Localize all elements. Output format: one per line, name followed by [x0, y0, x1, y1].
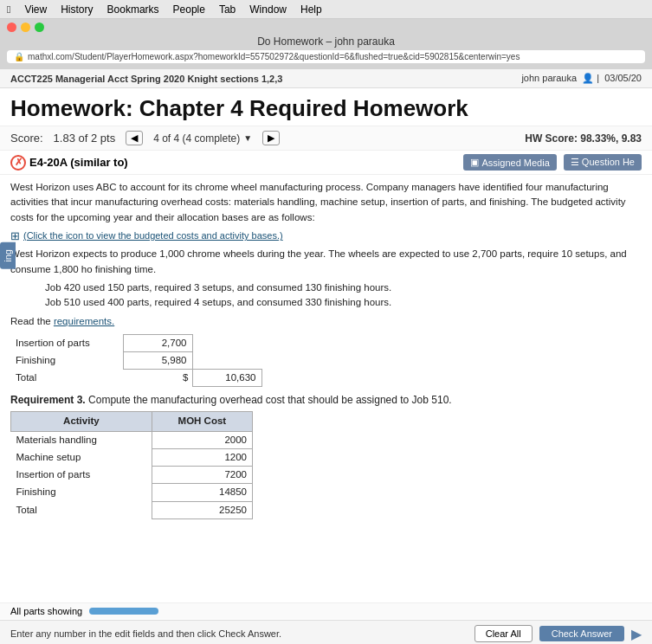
moh-value-cell[interactable]: 1200: [152, 448, 252, 466]
course-bar: ACCT225 Managerial Acct Spring 2020 Knig…: [0, 69, 652, 88]
minimize-button[interactable]: [21, 23, 30, 32]
address-text: mathxl.com/Student/PlayerHomework.aspx?h…: [28, 52, 520, 61]
question-help-button[interactable]: ☰ Question He: [564, 154, 642, 171]
page-title: Homework: Chapter 4 Required Homework: [0, 88, 652, 126]
req3-text: Compute the manufacturing overhead cost …: [88, 394, 452, 406]
table-row: Finishing 5,980: [10, 351, 261, 369]
table-link-text[interactable]: (Click the icon to view the budgeted cos…: [23, 229, 283, 243]
next-question-button[interactable]: ▶: [262, 131, 280, 145]
assigned-media-button[interactable]: ▣ Assigned Media: [463, 154, 557, 171]
sidebar-tab[interactable]: ing: [0, 242, 16, 269]
course-name: ACCT225 Managerial Acct Spring 2020 Knig…: [10, 74, 282, 84]
moh-table: Activity MOH Cost Materials handling2000…: [10, 411, 253, 519]
content-area: West Horizon uses ABC to account for its…: [0, 175, 652, 527]
mac-menu-bar:  View History Bookmarks People Tab Wind…: [0, 0, 652, 19]
row-label: Total: [10, 370, 123, 387]
table-row: Insertion of parts 2,700: [10, 334, 261, 351]
req3-label: Requirement 3. Compute the manufacturing…: [10, 392, 642, 408]
next-arrow[interactable]: ▶: [631, 626, 642, 642]
menu-window[interactable]: Window: [249, 3, 287, 16]
date: 03/05/20: [604, 73, 642, 83]
req3-bold: Requirement 3.: [10, 394, 86, 406]
table-row: Insertion of parts7200: [11, 467, 253, 484]
parts-label: All parts showing: [10, 606, 82, 616]
question-header: ✗ E4-20A (similar to) ▣ Assigned Media ☰…: [0, 151, 652, 175]
prev-question-button[interactable]: ◀: [126, 131, 143, 145]
username: john parauka: [521, 73, 577, 83]
activity-cell: Finishing: [11, 484, 152, 501]
dollar-sign: $: [123, 370, 192, 387]
traffic-lights: [7, 23, 645, 32]
moh-value-cell[interactable]: 25250: [152, 501, 252, 518]
moh-value-cell[interactable]: 14850: [152, 484, 252, 501]
score-label: Score:: [10, 132, 43, 145]
menu-history[interactable]: History: [61, 3, 93, 16]
row-value[interactable]: 5,980: [123, 351, 192, 369]
table-row: Total25250: [11, 501, 253, 518]
table-link[interactable]: ⊞ (Click the icon to view the budgeted c…: [10, 228, 642, 245]
table-row: Machine setup1200: [11, 448, 253, 466]
row-label: Insertion of parts: [10, 334, 123, 351]
menu-people[interactable]: People: [173, 3, 205, 16]
job-line-1: Job 420 used 150 parts, required 3 setup…: [45, 280, 642, 295]
problem-text-2: West Horizon expects to produce 1,000 ch…: [10, 247, 642, 277]
question-indicator: 4 of 4 (4 complete) ▼: [153, 132, 252, 145]
clear-all-button[interactable]: Clear All: [474, 625, 533, 642]
summary-table: Insertion of parts 2,700 Finishing 5,980…: [10, 334, 262, 388]
question-id: E4-20A (similar to): [29, 156, 128, 169]
activity-cell: Insertion of parts: [11, 467, 152, 484]
bottom-instruction: Enter any number in the edit fields and …: [10, 628, 468, 639]
maximize-button[interactable]: [35, 23, 44, 32]
dropdown-icon[interactable]: ▼: [243, 133, 252, 143]
activity-column-header: Activity: [11, 412, 152, 431]
row-value[interactable]: 2,700: [123, 334, 192, 351]
question-label: ✗ E4-20A (similar to): [10, 155, 128, 171]
hw-score: HW Score: 98.33%, 9.83: [525, 132, 642, 145]
activity-cell: Total: [11, 501, 152, 518]
browser-chrome: Do Homework – john parauka 🔒 mathxl.com/…: [0, 19, 652, 69]
table-row: Finishing14850: [11, 484, 253, 501]
menu-apple[interactable]: : [7, 3, 10, 16]
score-value: 1.83 of 2 pts: [54, 132, 116, 145]
job-line-2: Job 510 used 400 parts, required 4 setup…: [45, 295, 642, 310]
close-button[interactable]: [7, 23, 16, 32]
menu-view[interactable]: View: [24, 3, 47, 16]
wrong-icon: ✗: [10, 155, 26, 171]
cost-column-header: MOH Cost: [152, 412, 252, 431]
parts-progress-bar: [89, 608, 158, 615]
page-content: ACCT225 Managerial Acct Spring 2020 Knig…: [0, 69, 652, 644]
moh-value-cell[interactable]: 2000: [152, 431, 252, 448]
table-row: Total $ 10,630: [10, 370, 261, 387]
media-icon: ▣: [470, 157, 479, 168]
parts-bar: All parts showing: [0, 602, 652, 619]
menu-bookmarks[interactable]: Bookmarks: [107, 3, 159, 16]
job-lines: Job 420 used 150 parts, required 3 setup…: [10, 280, 642, 311]
read-requirements-text: Read the: [10, 316, 51, 326]
row-label: Finishing: [10, 351, 123, 369]
lock-icon: 🔒: [14, 52, 24, 61]
score-bar: Score: 1.83 of 2 pts ◀ 4 of 4 (4 complet…: [0, 126, 652, 151]
moh-value-cell[interactable]: 7200: [152, 467, 252, 484]
activity-cell: Materials handling: [11, 431, 152, 448]
tab-title: Do Homework – john parauka: [257, 35, 395, 48]
bottom-bar: Enter any number in the edit fields and …: [0, 620, 652, 644]
row-value[interactable]: 10,630: [192, 370, 261, 387]
requirements-link[interactable]: requirements.: [54, 316, 114, 326]
check-answer-button[interactable]: Check Answer: [539, 626, 624, 641]
activity-cell: Machine setup: [11, 448, 152, 466]
user-date: john parauka 👤 | 03/05/20: [521, 73, 642, 84]
address-bar[interactable]: 🔒 mathxl.com/Student/PlayerHomework.aspx…: [7, 50, 645, 63]
requirements-section: Read the requirements.: [10, 314, 642, 329]
moh-header-row: Activity MOH Cost: [11, 412, 253, 431]
menu-help[interactable]: Help: [300, 3, 322, 16]
table-row: Materials handling2000: [11, 431, 253, 448]
problem-text-1: West Horizon uses ABC to account for its…: [10, 180, 642, 225]
list-icon: ☰: [571, 157, 579, 167]
menu-tab[interactable]: Tab: [219, 3, 236, 16]
